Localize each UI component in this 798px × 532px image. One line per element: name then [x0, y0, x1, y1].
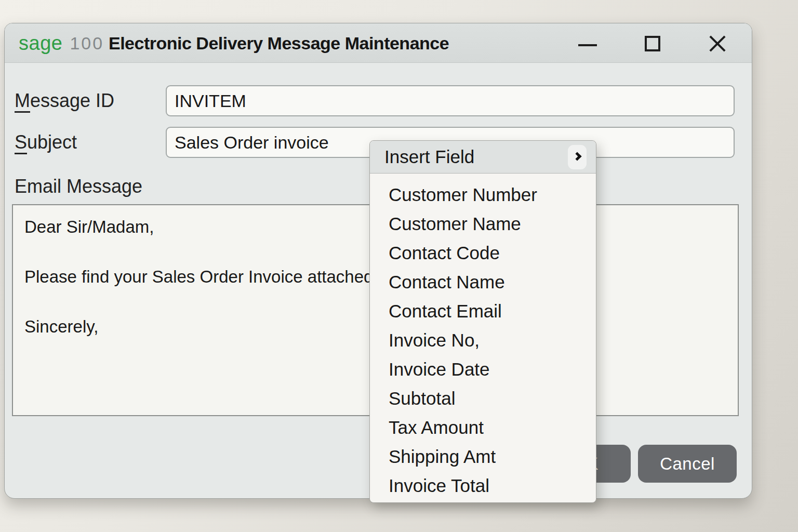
menu-item-customer-name[interactable]: Customer Name — [370, 209, 596, 238]
menu-item-customer-number[interactable]: Customer Number — [370, 180, 596, 209]
email-message-label: Email Message — [15, 175, 142, 198]
insert-field-menu-label: Insert Field — [384, 147, 474, 167]
insert-field-context-menu: Insert Field Customer Number Customer Na… — [369, 140, 596, 503]
cancel-button[interactable]: Cancel — [638, 445, 737, 483]
menu-item-contact-name[interactable]: Contact Name — [370, 268, 596, 297]
sage-logo-text: sage — [19, 32, 62, 55]
maximize-icon[interactable] — [645, 36, 660, 51]
menu-item-invoice-no[interactable]: Invoice No, — [370, 326, 596, 355]
subject-label-rest: ubject — [27, 131, 77, 153]
message-id-accesskey: M — [15, 90, 30, 113]
sage-100-logo: sage 100 — [19, 23, 104, 63]
minimize-icon[interactable] — [578, 44, 597, 46]
menu-item-contact-email[interactable]: Contact Email — [370, 297, 596, 326]
message-id-value: INVITEM — [175, 91, 246, 111]
subject-value: Sales Order invoice — [175, 132, 329, 153]
desktop-background: sage 100 Electronic Delivery Message Mai… — [0, 0, 798, 532]
menu-item-subtotal[interactable]: Subtotal — [370, 384, 596, 413]
subject-label: Subject — [15, 127, 77, 158]
subject-accesskey: S — [15, 131, 27, 154]
sage-edition-text: 100 — [70, 33, 104, 54]
menu-item-invoice-date[interactable]: Invoice Date — [370, 355, 596, 384]
insert-field-menu-header[interactable]: Insert Field — [370, 141, 596, 174]
menu-item-shipping-amt[interactable]: Shipping Amt — [370, 442, 596, 471]
close-icon[interactable] — [707, 33, 728, 54]
message-id-label-rest: essage ID — [30, 90, 114, 111]
menu-item-invoice-total[interactable]: Invoice Total — [370, 471, 596, 500]
window-title: Electronic Delivery Message Maintenance — [109, 23, 449, 63]
title-bar: sage 100 Electronic Delivery Message Mai… — [5, 23, 752, 63]
menu-item-contact-code[interactable]: Contact Code — [370, 238, 596, 268]
insert-field-menu-items: Customer Number Customer Name Contact Co… — [370, 174, 596, 500]
message-id-label: Message ID — [15, 85, 114, 116]
menu-item-tax-amount[interactable]: Tax Amount — [370, 413, 596, 442]
message-id-input[interactable]: INVITEM — [166, 85, 735, 116]
